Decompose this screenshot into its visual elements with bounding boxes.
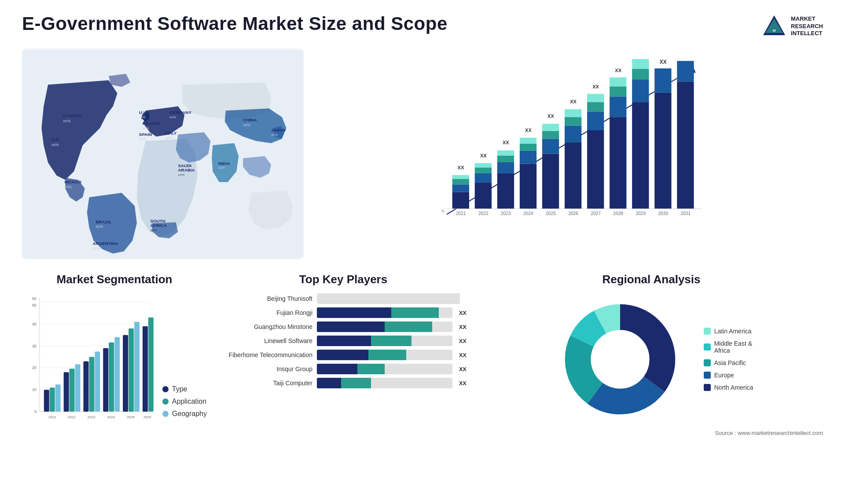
player-bar-seg1: [317, 350, 368, 360]
player-name: Taiji Computer: [220, 380, 312, 387]
player-bar-seg2: [371, 336, 411, 346]
svg-rect-76: [610, 77, 626, 86]
player-bar-wrap: [317, 350, 452, 360]
player-bar-seg2: [368, 350, 406, 360]
svg-rect-49: [497, 162, 514, 173]
page-title: E-Government Software Market Size and Sc…: [22, 13, 448, 34]
svg-text:2025: 2025: [546, 211, 556, 216]
key-players-title: Top Key Players: [216, 273, 471, 286]
svg-rect-124: [89, 357, 94, 412]
legend-text-latin: Latin America: [714, 328, 752, 335]
svg-point-143: [592, 331, 648, 387]
legend-geography: Geography: [162, 410, 207, 418]
legend-dot-type: [162, 386, 169, 392]
svg-text:XX: XX: [547, 113, 554, 119]
svg-text:xx%: xx%: [64, 185, 72, 189]
player-bar-bg: [317, 321, 452, 332]
player-bar-seg2: [357, 364, 385, 374]
svg-text:2023: 2023: [501, 211, 511, 216]
svg-text:xx%: xx%: [165, 136, 172, 140]
svg-text:xx%: xx%: [92, 246, 100, 251]
svg-rect-75: [610, 86, 626, 96]
svg-text:40: 40: [32, 322, 37, 326]
svg-text:2031: 2031: [681, 211, 691, 216]
player-val: XX: [459, 380, 467, 387]
player-row: Linewell Software XX: [220, 336, 467, 346]
legend-middle-east-africa: Middle East &Africa: [704, 340, 753, 354]
player-bar-wrap: [317, 364, 452, 374]
header: E-Government Software Market Size and Sc…: [22, 13, 823, 40]
player-val: XX: [459, 338, 467, 344]
legend-europe: Europe: [704, 372, 753, 379]
svg-text:xx%: xx%: [63, 119, 71, 123]
svg-rect-131: [123, 335, 128, 412]
player-row: Taiji Computer XX: [220, 378, 467, 388]
svg-text:2021: 2021: [456, 211, 466, 216]
legend-text-na: North America: [714, 384, 753, 391]
svg-rect-41: [452, 175, 469, 179]
svg-rect-64: [565, 126, 581, 142]
player-name: Fiberhome Telecommunication: [220, 351, 312, 358]
legend-text-mea: Middle East &Africa: [714, 340, 752, 354]
svg-rect-65: [565, 117, 581, 126]
svg-text:2028: 2028: [613, 211, 623, 216]
svg-text:U.K.: U.K.: [139, 110, 148, 115]
player-bar-seg1: [317, 378, 341, 388]
svg-rect-74: [610, 96, 626, 117]
svg-rect-55: [520, 144, 536, 151]
regional-title: Regional Analysis: [480, 273, 823, 286]
key-players-section: Top Key Players Beijing Thunisoft Fujian…: [216, 273, 471, 449]
svg-text:M: M: [773, 29, 776, 33]
svg-rect-56: [520, 138, 536, 144]
player-name: Fujian Rongji: [220, 309, 312, 316]
svg-text:2022: 2022: [68, 415, 76, 419]
player-bar-wrap: [317, 293, 460, 304]
svg-text:XX: XX: [525, 128, 532, 133]
segmentation-section: Market Segmentation 0 10 20 30 40 50: [22, 273, 207, 449]
svg-rect-133: [134, 322, 140, 412]
player-bar-bg: [317, 293, 460, 304]
svg-rect-84: [677, 81, 694, 208]
svg-text:ARGENTINA: ARGENTINA: [92, 241, 118, 246]
svg-rect-48: [497, 173, 514, 209]
svg-rect-54: [520, 151, 536, 164]
player-bar-seg2: [391, 307, 439, 318]
svg-text:0: 0: [442, 209, 444, 213]
svg-text:xx%: xx%: [139, 115, 146, 119]
player-bar-seg2: [341, 378, 371, 388]
svg-rect-135: [143, 326, 148, 412]
player-val: XX: [459, 324, 467, 330]
svg-text:2030: 2030: [658, 211, 668, 216]
svg-text:U.S.: U.S.: [51, 137, 60, 142]
svg-rect-80: [632, 69, 649, 80]
logo-text: MARKET RESEARCH INTELLECT: [791, 15, 823, 38]
svg-rect-70: [587, 102, 604, 111]
player-name: Insqur Group: [220, 365, 312, 373]
svg-text:GERMANY: GERMANY: [169, 110, 192, 115]
legend-text-europe: Europe: [714, 372, 734, 379]
svg-text:xx%: xx%: [178, 173, 184, 177]
svg-text:2021: 2021: [48, 415, 56, 419]
svg-text:2026: 2026: [143, 415, 151, 419]
player-bar-seg1: [317, 364, 357, 374]
svg-text:BRAZIL: BRAZIL: [96, 219, 111, 224]
svg-text:2026: 2026: [568, 211, 578, 216]
svg-text:2027: 2027: [591, 211, 601, 216]
svg-text:xx%: xx%: [218, 166, 225, 170]
svg-rect-50: [497, 156, 514, 162]
svg-text:FRANCE: FRANCE: [143, 121, 161, 126]
svg-text:30: 30: [32, 344, 37, 348]
svg-rect-43: [475, 183, 492, 209]
player-bar-bg: [317, 350, 452, 360]
svg-rect-129: [114, 337, 120, 412]
svg-text:2023: 2023: [88, 415, 96, 419]
legend-label-geography: Geography: [172, 410, 207, 418]
svg-rect-127: [103, 348, 108, 412]
svg-text:XX: XX: [480, 153, 487, 158]
player-row: Beijing Thunisoft: [220, 293, 467, 304]
svg-text:JAPAN: JAPAN: [271, 128, 286, 132]
legend-label-type: Type: [172, 385, 187, 393]
svg-text:2024: 2024: [107, 415, 115, 419]
svg-rect-85: [677, 61, 694, 82]
svg-text:xx%: xx%: [139, 137, 146, 141]
